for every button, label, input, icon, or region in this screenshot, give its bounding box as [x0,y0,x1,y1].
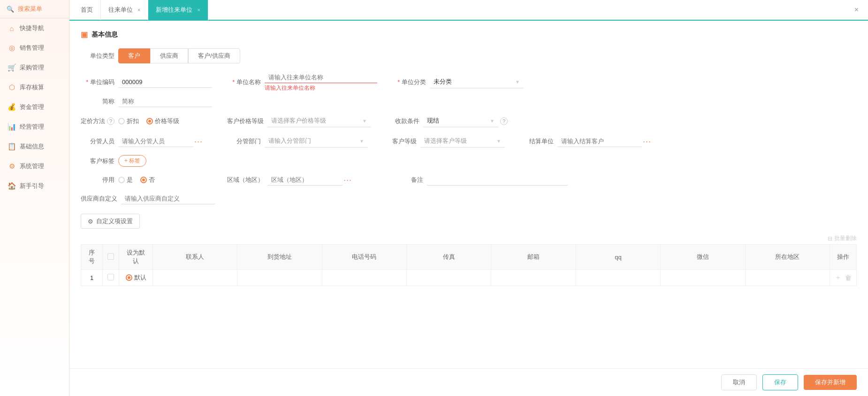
department-arrow: ▼ [359,139,364,144]
batch-delete-label[interactable]: 批量删除 [834,234,857,242]
unit-type-row: 单位类型 客户 供应商 客户/供应商 [81,48,857,63]
supervisor-input[interactable] [118,136,193,147]
row-checkbox[interactable] [107,274,114,280]
region-input[interactable] [267,174,343,186]
contact-input[interactable] [158,274,232,281]
sidebar-item-purchase-mgmt[interactable]: 🛒 采购管理 [0,58,69,78]
cell-contact[interactable] [153,270,237,286]
unit-name-error: 请输入往来单位名称 [265,84,377,92]
tab-partner-list[interactable]: 往来单位 × [101,0,148,20]
header-checkbox[interactable] [107,253,114,260]
payment-terms-label: 收款条件 [386,117,423,125]
radio-price-level[interactable]: 价格等级 [146,117,179,125]
col-address: 到货地址 [237,245,322,270]
add-tag-button[interactable]: + 标签 [118,155,146,167]
unit-code-label: 单位编码 [81,78,118,86]
settlement-unit-label: 结算单位 [520,137,557,146]
cell-fax[interactable] [407,270,491,286]
tab-add-partner-close[interactable]: × [197,7,200,13]
sidebar-item-finance[interactable]: 💰 资金管理 [0,97,69,117]
qq-input[interactable] [581,274,655,281]
pricing-radio-group: 折扣 价格等级 [118,117,179,125]
unit-name-col: 单位名称 请输入往来单位名称 [227,72,377,92]
cell-seq: 1 [81,270,103,286]
unit-btn-supplier[interactable]: 供应商 [150,48,188,63]
supplier-custom-input[interactable] [121,193,215,204]
cancel-button[interactable]: 取消 [721,374,757,390]
sidebar-item-quick-nav[interactable]: ⌂ 快捷导航 [0,18,69,38]
cell-table-region[interactable] [745,270,830,286]
remark-input[interactable] [427,174,568,186]
radio-price-level-circle [146,118,153,124]
pricing-help-icon[interactable]: ? [107,117,114,125]
department-placeholder: 请输入分管部门 [268,137,311,145]
tab-add-partner[interactable]: 新增往来单位 × [148,0,208,20]
table-region-input[interactable] [750,274,825,281]
unit-type-label: 单位类型 [81,52,118,60]
cell-action: ＋ 🗑 [830,270,856,286]
sidebar-item-inventory[interactable]: ⬡ 库存核算 [0,78,69,97]
region-dots-btn[interactable]: ··· [343,176,352,184]
cell-phone[interactable] [322,270,406,286]
radio-yes[interactable]: 是 [118,176,133,184]
tab-partner-list-close[interactable]: × [137,7,140,13]
row-default-radio[interactable]: 默认 [124,273,148,282]
tab-home[interactable]: 首页 [73,0,101,20]
settlement-unit-dots-btn[interactable]: ··· [643,137,651,146]
radio-no-label: 否 [149,176,155,184]
sidebar-item-basic-info[interactable]: 📋 基础信息 [0,137,69,156]
fax-input[interactable] [411,274,486,281]
col-contact: 联系人 [153,245,237,270]
unit-category-select[interactable]: 未分类 ▼ [430,76,524,88]
remark-col: 备注 [389,174,568,186]
col-default: 设为默认 [119,245,153,270]
add-row-icon[interactable]: ＋ [835,273,841,282]
sidebar-item-operations[interactable]: 📊 经营管理 [0,117,69,137]
sidebar-item-new-user[interactable]: 🏠 新手引导 [0,176,69,196]
address-input[interactable] [242,274,317,281]
phone-input[interactable] [327,274,402,281]
email-input[interactable] [496,274,571,281]
unit-name-input[interactable] [265,72,377,83]
payment-terms-select[interactable]: 现结 ▼ [423,115,498,127]
settlement-unit-input[interactable] [557,136,642,147]
close-all-tabs[interactable]: × [849,6,864,14]
tab-partner-list-label: 往来单位 [108,6,133,14]
department-select[interactable]: 请输入分管部门 ▼ [265,135,368,148]
short-name-input[interactable] [118,96,212,107]
unit-btn-customer[interactable]: 客户 [118,48,150,63]
unit-code-input[interactable] [118,77,212,88]
cell-wechat[interactable] [661,270,745,286]
pricing-row: 定价方法 ? 折扣 价格等级 客户价格等级 [81,115,857,127]
sidebar-item-label: 经营管理 [20,123,44,131]
row-default-label: 默认 [134,273,146,282]
payment-terms-help-icon[interactable]: ? [500,117,508,125]
unit-category-arrow: ▼ [515,79,520,85]
customer-price-level-select[interactable]: 请选择客户价格等级 ▼ [267,115,371,127]
delete-row-icon[interactable]: 🗑 [845,274,852,281]
sidebar-item-sales-mgmt[interactable]: ◎ 销售管理 [0,38,69,58]
wechat-input[interactable] [665,274,740,281]
sidebar-item-label: 新手引导 [20,182,44,190]
customer-level-select[interactable]: 请选择客户等级 ▼ [420,135,505,148]
disable-radio-group: 是 否 [118,176,155,184]
cell-email[interactable] [491,270,576,286]
unit-btn-both[interactable]: 客户/供应商 [188,48,240,63]
custom-settings-button[interactable]: ⚙ 自定义项设置 [81,214,140,229]
radio-no[interactable]: 否 [140,176,155,184]
supervisor-dots-btn[interactable]: ··· [194,137,203,146]
batch-delete-icon: ⊟ [828,235,832,242]
cell-qq[interactable] [576,270,660,286]
sidebar-item-label: 销售管理 [20,44,44,52]
sidebar-search[interactable]: 🔍 搜索菜单 [0,0,69,18]
payment-terms-value: 现结 [427,116,439,125]
radio-discount[interactable]: 折扣 [118,117,139,125]
cell-address[interactable] [237,270,322,286]
save-button[interactable]: 保存 [762,374,798,390]
customer-level-placeholder: 请选择客户等级 [424,137,467,145]
customer-price-level-col: 客户价格等级 请选择客户价格等级 ▼ [227,115,371,127]
sidebar-item-system-mgmt[interactable]: ⚙ 系统管理 [0,156,69,176]
save-new-button[interactable]: 保存并新增 [804,375,857,390]
short-name-label: 简称 [81,97,118,106]
sales-icon: ◎ [8,44,16,52]
